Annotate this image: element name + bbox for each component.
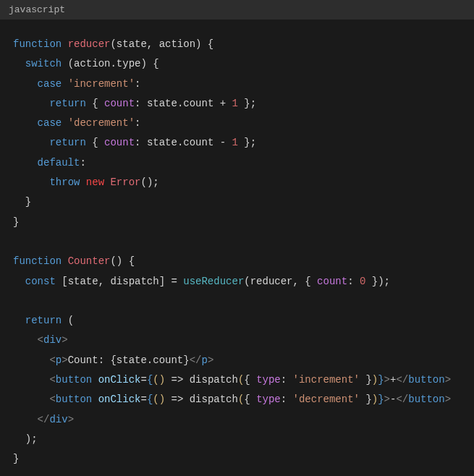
jsx-tag: button [56, 374, 92, 386]
jsx-tag: button [56, 394, 92, 405]
code-header: javascript [0, 0, 474, 20]
switch-expr: (action.type) { [62, 58, 158, 69]
code-block[interactable]: function reducer(state, action) { switch… [0, 20, 474, 476]
string-literal: 'increment' [68, 78, 135, 90]
jsx-tag: div [43, 334, 62, 346]
keyword-const: const [25, 276, 56, 287]
keyword-function: function [13, 38, 62, 50]
keyword-return: return [49, 137, 85, 148]
number: 1 [232, 98, 238, 109]
jsx-attr: onClick [98, 374, 141, 386]
keyword-switch: switch [25, 58, 62, 69]
error-class: Error [110, 177, 140, 188]
property: count [317, 276, 347, 287]
property: count [104, 137, 135, 148]
number: 1 [232, 137, 238, 148]
function-name: Counter [68, 255, 111, 267]
keyword-default: default [38, 157, 80, 169]
jsx-tag: p [56, 354, 62, 366]
keyword-function: function [13, 255, 62, 267]
params: (state, action) { [110, 38, 213, 50]
keyword-case: case [38, 117, 62, 129]
hook-call: useReducer [183, 276, 244, 287]
function-name: reducer [68, 38, 111, 50]
keyword-case: case [38, 78, 62, 90]
jsx-tag: div [49, 414, 67, 425]
keyword-new: new [86, 177, 104, 188]
language-label: javascript [9, 4, 65, 15]
jsx-attr: onClick [98, 394, 141, 405]
keyword-throw: throw [49, 177, 80, 188]
property: count [104, 98, 135, 109]
keyword-return: return [49, 98, 85, 109]
keyword-return: return [25, 315, 62, 326]
string-literal: 'decrement' [68, 117, 135, 129]
